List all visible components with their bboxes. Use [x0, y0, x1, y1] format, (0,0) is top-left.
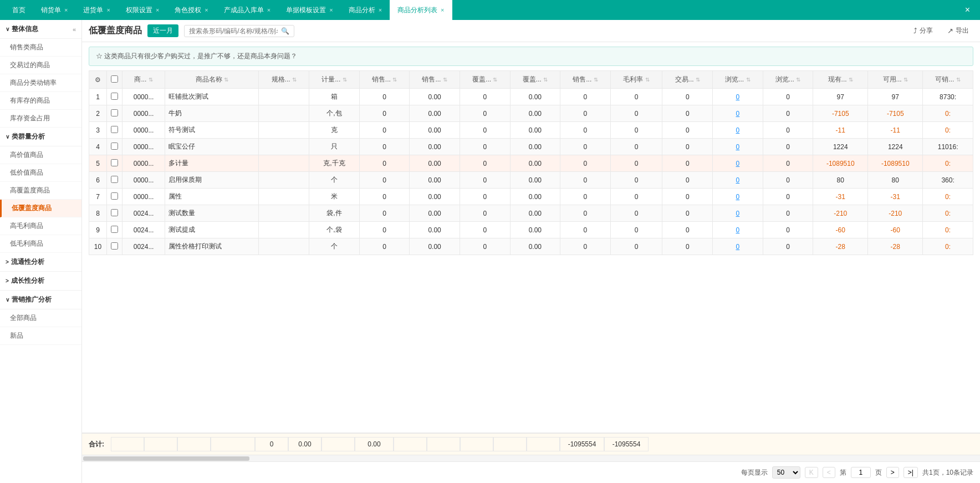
first-page-button[interactable]: K [805, 467, 818, 478]
cover-rate-col-header[interactable]: 覆盖... ⇅ [510, 71, 560, 89]
row-checkbox[interactable] [107, 139, 122, 155]
nav-item-template[interactable]: 单据模板设置 × [278, 0, 340, 20]
nav-item-goods-analysis-list[interactable]: 商品分析列表 × [390, 0, 452, 20]
settings-col-header[interactable]: ⚙ [89, 71, 107, 89]
unit-col-header[interactable]: 计量... ⇅ [309, 71, 360, 89]
sidebar-item-traded-goods[interactable]: 交易过的商品 [0, 57, 81, 74]
search-input[interactable] [189, 27, 278, 35]
nav-item-role-auth[interactable]: 角色授权 × [167, 0, 216, 20]
sidebar-item-sales-goods[interactable]: 销售类商品 [0, 39, 81, 57]
row-browse1[interactable]: 0 [713, 139, 763, 155]
select-all-checkbox[interactable] [111, 75, 118, 83]
sidebar-item-stock-goods[interactable]: 有库存的商品 [0, 92, 81, 110]
gross-rate-col-header[interactable]: 毛利率 ⇅ [610, 71, 662, 89]
row-trade-cnt: 0 [662, 139, 713, 155]
sidebar-item-new-goods[interactable]: 新品 [0, 327, 81, 345]
row-checkbox[interactable] [107, 89, 122, 105]
close-icon[interactable]: × [267, 7, 270, 13]
sidebar-item-low-coverage[interactable]: 低覆盖度商品 [0, 200, 81, 217]
saleable-col-header[interactable]: 可销... ⇅ [923, 71, 973, 89]
sidebar-item-low-margin[interactable]: 低毛利商品 [0, 235, 81, 253]
row-gross-rate: 0 [610, 189, 662, 205]
page-size-select[interactable]: 50 20 100 [772, 466, 800, 479]
date-filter-button[interactable]: 近一月 [147, 24, 178, 37]
row-saleable: 360: [923, 172, 973, 189]
row-available: 97 [868, 89, 923, 105]
row-code: 0024... [122, 205, 165, 222]
available-col-header[interactable]: 可用... ⇅ [868, 71, 923, 89]
row-browse1[interactable]: 0 [713, 155, 763, 172]
close-icon[interactable]: × [156, 7, 159, 13]
trade-cnt-col-header[interactable]: 交易... ⇅ [662, 71, 713, 89]
nav-item-product-warehouse[interactable]: 产成品入库单 × [216, 0, 278, 20]
browse1-col-header[interactable]: 浏览... ⇅ [713, 71, 763, 89]
sidebar-item-high-value[interactable]: 高价值商品 [0, 146, 81, 164]
browse2-col-header[interactable]: 浏览... ⇅ [763, 71, 813, 89]
cover-cnt-col-header[interactable]: 覆盖... ⇅ [460, 71, 510, 89]
row-browse1[interactable]: 0 [713, 89, 763, 105]
row-browse1[interactable]: 0 [713, 172, 763, 189]
sales-qty-col-header[interactable]: 销售... ⇅ [359, 71, 410, 89]
close-all-button[interactable]: × [959, 5, 976, 15]
row-sales-qty: 0 [359, 139, 410, 155]
sidebar-section-growth[interactable]: > 成长性分析 [0, 272, 81, 291]
last-page-button[interactable]: >| [904, 467, 918, 478]
nav-item-home[interactable]: 首页 [4, 0, 33, 20]
close-icon[interactable]: × [379, 7, 382, 13]
nav-item-sales[interactable]: 销货单 × [33, 0, 75, 20]
row-browse1[interactable]: 0 [713, 105, 763, 122]
row-checkbox[interactable] [107, 122, 122, 139]
share-button[interactable]: ⤴ 分享 [909, 24, 937, 37]
nav-item-purchase[interactable]: 进货单 × [75, 0, 118, 20]
code-col-header[interactable]: 商... ⇅ [122, 71, 165, 89]
sales-days-col-header[interactable]: 销售... ⇅ [560, 71, 611, 89]
horizontal-scrollbar[interactable] [82, 455, 980, 461]
sidebar-item-low-value[interactable]: 低价值商品 [0, 164, 81, 182]
close-icon[interactable]: × [329, 7, 333, 13]
sidebar-item-category-rate[interactable]: 商品分类动销率 [0, 74, 81, 92]
nav-item-permissions[interactable]: 权限设置 × [118, 0, 167, 20]
sales-amt-col-header[interactable]: 销售... ⇅ [410, 71, 460, 89]
row-checkbox[interactable] [107, 205, 122, 222]
close-icon[interactable]: × [441, 7, 444, 13]
row-checkbox[interactable] [107, 105, 122, 122]
next-page-button[interactable]: > [886, 467, 899, 478]
current-col-header[interactable]: 现有... ⇅ [813, 71, 868, 89]
sidebar-item-high-margin[interactable]: 高毛利商品 [0, 217, 81, 235]
close-icon[interactable]: × [205, 7, 208, 13]
row-browse1[interactable]: 0 [713, 189, 763, 205]
row-browse1[interactable]: 0 [713, 122, 763, 139]
row-browse1[interactable]: 0 [713, 238, 763, 255]
close-icon[interactable]: × [106, 7, 110, 13]
spec-col-header[interactable]: 规格... ⇅ [259, 71, 309, 89]
sidebar-item-high-coverage[interactable]: 高覆盖度商品 [0, 182, 81, 200]
nav-item-goods-analysis[interactable]: 商品分析 × [341, 0, 390, 20]
sidebar-section-marketing[interactable]: ∨ 营销推广分析 [0, 291, 81, 309]
prev-page-button[interactable]: < [823, 467, 835, 478]
sidebar-item-all-goods[interactable]: 全部商品 [0, 309, 81, 327]
sidebar-section-overview[interactable]: ∨ 整体信息 « [0, 20, 81, 39]
row-browse1[interactable]: 0 [713, 205, 763, 222]
sidebar-item-stock-fund[interactable]: 库存资金占用 [0, 110, 81, 128]
sidebar-section-circulation[interactable]: > 流通性分析 [0, 253, 81, 272]
name-col-header[interactable]: 商品名称 ⇅ [165, 71, 259, 89]
row-checkbox[interactable] [107, 222, 122, 238]
checkbox-col-header[interactable] [107, 71, 122, 89]
row-browse1[interactable]: 0 [713, 222, 763, 238]
close-icon[interactable]: × [64, 7, 68, 13]
row-checkbox[interactable] [107, 238, 122, 255]
row-available: 1224 [868, 139, 923, 155]
row-sales-amt: 0.00 [410, 205, 460, 222]
row-checkbox[interactable] [107, 155, 122, 172]
row-spec [259, 139, 309, 155]
sidebar-section-group-analysis[interactable]: ∨ 类群量分析 [0, 128, 81, 146]
current-page-input[interactable] [851, 467, 871, 478]
row-checkbox[interactable] [107, 172, 122, 189]
search-icon[interactable]: 🔍 [281, 27, 289, 35]
footer-sales-amt: 0.00 [288, 437, 321, 451]
collapse-sidebar-icon[interactable]: « [73, 26, 76, 33]
row-name: 符号测试 [165, 122, 259, 139]
export-button[interactable]: ↗ 导出 [943, 24, 973, 37]
row-saleable: 11016: [923, 139, 973, 155]
row-checkbox[interactable] [107, 189, 122, 205]
